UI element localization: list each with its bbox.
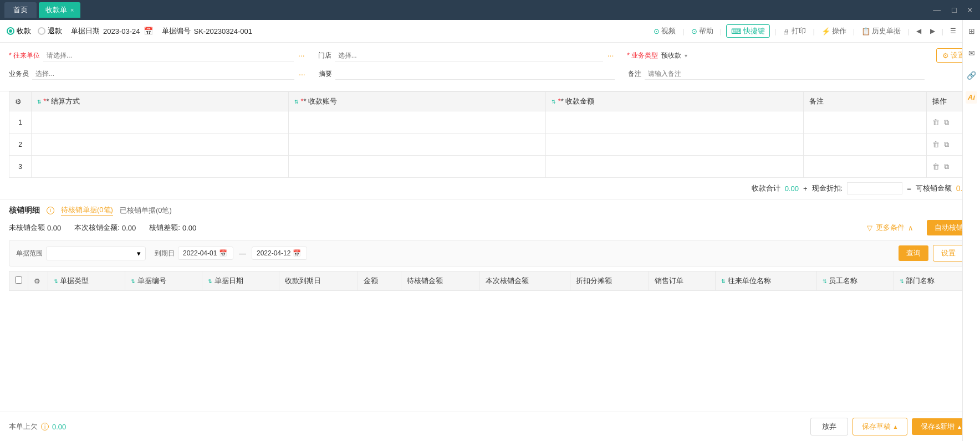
col-sort-settle[interactable]: ⇅ bbox=[37, 99, 42, 105]
row3-copy-icon[interactable]: ⧉ bbox=[944, 162, 949, 171]
discount-input[interactable] bbox=[847, 182, 902, 194]
row2-account[interactable] bbox=[289, 134, 546, 156]
sidebar-table-icon[interactable]: ⊞ bbox=[966, 24, 977, 38]
range-select[interactable]: ▾ bbox=[46, 247, 146, 260]
tab-close-icon[interactable]: × bbox=[70, 7, 74, 13]
minimize-button[interactable]: — bbox=[930, 4, 944, 16]
print-button[interactable]: 🖨 打印 bbox=[780, 25, 808, 37]
tab-pending-link[interactable]: 待核销单据(0笔) bbox=[61, 205, 113, 216]
row-num-3: 3 bbox=[9, 156, 32, 178]
col-sort-doctype[interactable]: ⇅ bbox=[54, 279, 58, 284]
date-value: 2023-03-24 bbox=[103, 27, 140, 35]
range-label: 单据范围 bbox=[16, 249, 43, 258]
row1-copy-icon[interactable]: ⧉ bbox=[944, 118, 949, 127]
radio-receipt[interactable]: 收款 bbox=[7, 26, 31, 36]
abandon-button[interactable]: 放弃 bbox=[810, 418, 848, 435]
th-bottom-gear[interactable]: ⚙ bbox=[28, 271, 48, 291]
col-sort-docdate[interactable]: ⇅ bbox=[208, 279, 212, 284]
row1-settle[interactable] bbox=[32, 111, 289, 134]
filter-settings-button[interactable]: 设置 bbox=[933, 245, 964, 261]
row2-remark[interactable] bbox=[803, 134, 926, 156]
sidebar-link-icon[interactable]: 🔗 bbox=[964, 69, 978, 82]
shortcut-icon: ⌨ bbox=[731, 27, 742, 35]
row3-amount[interactable] bbox=[546, 156, 803, 178]
party-input[interactable] bbox=[43, 50, 294, 61]
sep7: | bbox=[942, 27, 943, 35]
video-button[interactable]: ⊙ 视频 bbox=[651, 25, 678, 37]
save-draft-arrow-icon[interactable]: ▲ bbox=[893, 424, 899, 430]
row1-delete-icon[interactable]: 🗑 bbox=[932, 118, 940, 126]
filter-actions: 查询 设置 bbox=[899, 245, 964, 261]
store-input[interactable] bbox=[335, 50, 603, 61]
staff-input[interactable] bbox=[32, 68, 294, 80]
plus-sign: + bbox=[803, 184, 808, 193]
calendar-icon[interactable]: 📅 bbox=[144, 27, 153, 35]
row2-copy-icon[interactable]: ⧉ bbox=[944, 140, 949, 149]
staff-more-icon[interactable]: ··· bbox=[299, 70, 305, 79]
video-icon: ⊙ bbox=[654, 27, 660, 35]
store-more-icon[interactable]: ··· bbox=[608, 51, 614, 60]
maximize-button[interactable]: □ bbox=[948, 4, 959, 16]
sep1: | bbox=[682, 27, 684, 35]
more-conditions-button[interactable]: ▽ 更多条件 ∧ bbox=[867, 223, 913, 233]
reconcile-info-icon[interactable]: i bbox=[47, 207, 54, 214]
col-sort-party[interactable]: ⇅ bbox=[721, 279, 726, 284]
help-icon: ⊙ bbox=[691, 27, 697, 35]
summary-input[interactable] bbox=[335, 68, 615, 80]
settings-gear-icon: ⚙ bbox=[942, 52, 949, 60]
calendar-from-icon: 📅 bbox=[219, 249, 227, 257]
col-sort-docnum[interactable]: ⇅ bbox=[131, 279, 135, 284]
date-to-value: 2022-04-12 bbox=[257, 249, 290, 257]
layout-list-button[interactable]: ☰ bbox=[948, 26, 958, 36]
row-num-2: 2 bbox=[9, 134, 32, 156]
row3-account[interactable] bbox=[289, 156, 546, 178]
row1-amount[interactable] bbox=[546, 111, 803, 134]
col-sort-account[interactable]: ⇅ bbox=[294, 99, 299, 105]
sidebar-email-icon[interactable]: ✉ bbox=[966, 47, 977, 60]
date-from-picker[interactable]: 2022-04-01 📅 bbox=[178, 247, 233, 260]
date-to-picker[interactable]: 2022-04-12 📅 bbox=[252, 247, 307, 260]
col-sort-staff[interactable]: ⇅ bbox=[823, 279, 827, 284]
sidebar-ai-icon[interactable]: Ai bbox=[966, 91, 977, 104]
save-draft-button[interactable]: 保存草稿 ▲ bbox=[853, 418, 908, 435]
nav-prev-button[interactable]: ◀ bbox=[914, 26, 923, 36]
row2-delete-icon[interactable]: 🗑 bbox=[932, 140, 940, 148]
bottom-gear-icon[interactable]: ⚙ bbox=[34, 277, 40, 285]
col-sort-dept[interactable]: ⇅ bbox=[900, 279, 904, 284]
th-checkbox[interactable] bbox=[9, 271, 28, 291]
biztype-arrow-icon[interactable]: ▾ bbox=[685, 53, 687, 59]
query-button[interactable]: 查询 bbox=[899, 245, 928, 261]
row3-delete-icon[interactable]: 🗑 bbox=[932, 162, 940, 171]
select-all-checkbox[interactable] bbox=[15, 276, 22, 284]
col-sort-amount[interactable]: ⇅ bbox=[552, 99, 556, 105]
history-button[interactable]: 📋 历史单据 bbox=[859, 25, 903, 37]
filter-row: 单据范围 ▾ 到期日 2022-04-01 📅 — 2022-04-12 📅 bbox=[9, 240, 971, 266]
summary-label: 摘要 bbox=[319, 69, 332, 79]
tab-done-link[interactable]: 已核销单据(0笔) bbox=[120, 206, 172, 216]
table-gear-icon[interactable]: ⚙ bbox=[15, 98, 22, 106]
footer-actions: 放弃 保存草稿 ▲ 保存&新增 ▲ bbox=[810, 418, 971, 435]
row3-remark[interactable] bbox=[803, 156, 926, 178]
th-remark: 备注 bbox=[803, 92, 926, 111]
range-select-arrow: ▾ bbox=[137, 249, 141, 258]
action-button[interactable]: ⚡ 操作 bbox=[819, 25, 849, 37]
radio-receipt-label: 收款 bbox=[17, 26, 31, 36]
save-new-arrow-icon[interactable]: ▲ bbox=[957, 424, 962, 430]
row2-amount[interactable] bbox=[546, 134, 803, 156]
shortcut-button[interactable]: ⌨ 快捷键 bbox=[726, 24, 770, 38]
party-field-group: 往来单位 ··· bbox=[9, 50, 305, 61]
row1-remark[interactable] bbox=[803, 111, 926, 134]
tab-receipt[interactable]: 收款单 × bbox=[39, 2, 80, 18]
remark-input[interactable] bbox=[645, 68, 925, 80]
row3-settle[interactable] bbox=[32, 156, 289, 178]
party-more-icon[interactable]: ··· bbox=[298, 51, 305, 60]
close-button[interactable]: × bbox=[964, 4, 976, 16]
help-button[interactable]: ⊙ 帮助 bbox=[689, 25, 716, 37]
radio-refund[interactable]: 退款 bbox=[38, 26, 62, 36]
date-from-value: 2022-04-01 bbox=[183, 249, 217, 257]
row2-settle[interactable] bbox=[32, 134, 289, 156]
th-gear[interactable]: ⚙ bbox=[9, 92, 32, 111]
tab-home[interactable]: 首页 bbox=[4, 2, 37, 18]
row1-account[interactable] bbox=[289, 111, 546, 134]
nav-next-button[interactable]: ▶ bbox=[928, 26, 937, 36]
